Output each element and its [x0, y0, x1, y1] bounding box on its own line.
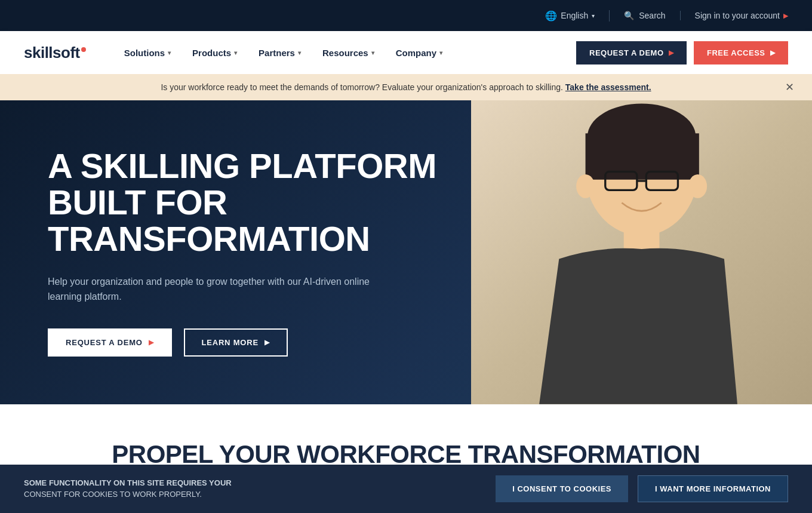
cookie-text: SOME FUNCTIONALITY ON THIS SITE REQUIRES… — [24, 478, 232, 481]
cookie-banner: SOME FUNCTIONALITY ON THIS SITE REQUIRES… — [0, 465, 812, 481]
free-access-button[interactable]: FREE ACCESS ▶ — [694, 41, 788, 64]
demo-arrow-icon: ▶ — [669, 49, 674, 57]
nav-products-label: Products — [192, 48, 231, 58]
hero-title-line3: TRANSFORMATION — [48, 219, 370, 258]
hero-title: A SKILLING PLATFORM BUILT FOR TRANSFORMA… — [48, 148, 447, 257]
hero-learn-arrow-icon: ▶ — [264, 339, 270, 346]
nav-item-products[interactable]: Products ▾ — [183, 43, 247, 63]
svg-point-8 — [688, 174, 707, 198]
signin-label: Sign in to your account — [695, 11, 780, 20]
hero-demo-button[interactable]: REQUEST A DEMO ▶ — [48, 328, 172, 357]
demo-button-label: REQUEST A DEMO — [589, 48, 664, 57]
more-info-button[interactable]: I WANT MORE INFORMATION — [638, 475, 788, 481]
nav-company-label: Company — [396, 48, 436, 58]
hero-buttons: REQUEST A DEMO ▶ LEARN MORE ▶ — [48, 328, 447, 357]
language-chevron-icon: ▾ — [592, 13, 595, 19]
cookie-buttons: I CONSENT TO COOKIES I WANT MORE INFORMA… — [496, 475, 788, 481]
globe-icon: 🌐 — [545, 10, 557, 21]
banner-close-button[interactable]: ✕ — [785, 81, 794, 94]
signin-arrow-icon: ▶ — [783, 12, 788, 20]
hero-content: A SKILLING PLATFORM BUILT FOR TRANSFORMA… — [0, 100, 471, 404]
language-selector[interactable]: 🌐 English ▾ — [545, 10, 610, 21]
cookie-text-line1: SOME FUNCTIONALITY ON THIS SITE REQUIRES… — [24, 478, 232, 481]
nav-item-company[interactable]: Company ▾ — [386, 43, 452, 63]
main-nav: skillsoft Solutions ▾ Products ▾ Partner… — [0, 31, 812, 74]
free-arrow-icon: ▶ — [770, 49, 776, 57]
hero-person-svg — [471, 100, 812, 404]
company-chevron-icon: ▾ — [439, 50, 442, 56]
nav-item-solutions[interactable]: Solutions ▾ — [115, 43, 180, 63]
hero-subtitle: Help your organization and people to gro… — [48, 274, 394, 305]
banner-link[interactable]: Take the assessment. — [565, 82, 651, 92]
search-button[interactable]: 🔍 Search — [610, 11, 680, 20]
logo-text: skillsoft — [24, 44, 86, 62]
hero-title-line2: BUILT FOR — [48, 183, 227, 222]
hero-title-line1: A SKILLING PLATFORM — [48, 146, 436, 185]
request-demo-button[interactable]: REQUEST A DEMO ▶ — [576, 41, 687, 64]
search-label: Search — [639, 11, 665, 20]
language-label: English — [561, 11, 588, 20]
consent-cookies-button[interactable]: I CONSENT TO COOKIES — [496, 475, 628, 481]
hero-demo-label: REQUEST A DEMO — [66, 338, 143, 347]
logo[interactable]: skillsoft — [24, 44, 86, 62]
logo-dot — [81, 47, 86, 52]
solutions-chevron-icon: ▾ — [168, 50, 171, 56]
signin-button[interactable]: Sign in to your account ▶ — [681, 11, 788, 20]
svg-rect-3 — [585, 133, 699, 179]
nav-resources-label: Resources — [322, 48, 368, 58]
hero-section: A SKILLING PLATFORM BUILT FOR TRANSFORMA… — [0, 100, 812, 404]
hero-demo-arrow-icon: ▶ — [149, 339, 154, 346]
products-chevron-icon: ▾ — [234, 50, 237, 56]
hero-learn-button[interactable]: LEARN MORE ▶ — [184, 328, 288, 357]
hero-learn-label: LEARN MORE — [202, 338, 259, 347]
resources-chevron-icon: ▾ — [371, 50, 374, 56]
free-button-label: FREE ACCESS — [707, 48, 765, 57]
nav-ctas: REQUEST A DEMO ▶ FREE ACCESS ▶ — [576, 41, 788, 64]
nav-partners-label: Partners — [259, 48, 295, 58]
nav-links: Solutions ▾ Products ▾ Partners ▾ Resour… — [115, 43, 576, 63]
nav-item-partners[interactable]: Partners ▾ — [249, 43, 310, 63]
svg-point-7 — [576, 174, 595, 198]
announcement-banner: Is your workforce ready to meet the dema… — [0, 74, 812, 100]
hero-image — [471, 100, 812, 404]
nav-item-resources[interactable]: Resources ▾ — [313, 43, 384, 63]
partners-chevron-icon: ▾ — [298, 50, 301, 56]
search-icon: 🔍 — [624, 11, 634, 20]
nav-solutions-label: Solutions — [124, 48, 165, 58]
banner-text: Is your workforce ready to meet the dema… — [161, 82, 562, 92]
top-bar: 🌐 English ▾ 🔍 Search Sign in to your acc… — [0, 0, 812, 31]
